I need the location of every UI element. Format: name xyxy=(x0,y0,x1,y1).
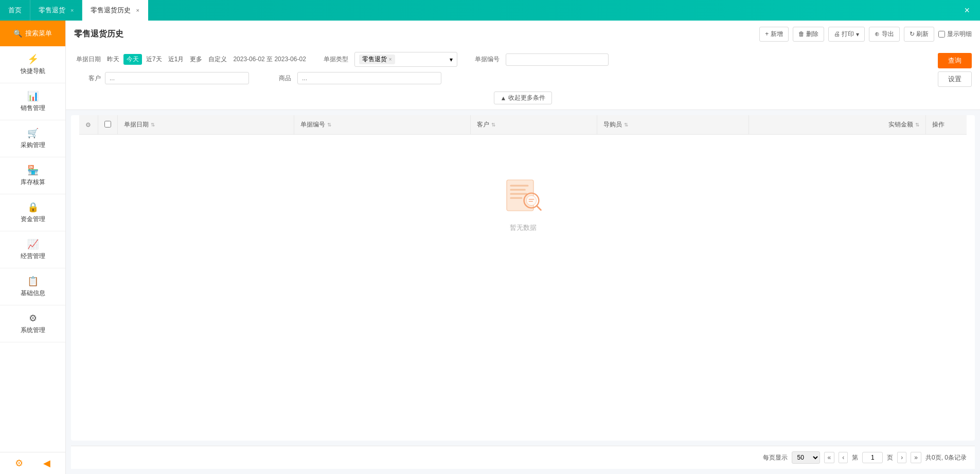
customer-input[interactable] xyxy=(105,72,249,84)
sidebar-item-finance[interactable]: 🔒 资金管理 xyxy=(0,194,65,231)
system-mgmt-icon: ⚙ xyxy=(29,313,37,324)
page-title: 零售退货历史 xyxy=(74,29,123,40)
tab-retail-return-close[interactable]: × xyxy=(70,7,74,13)
voucher-type-dropdown-icon: ▾ xyxy=(450,56,453,63)
th-customer[interactable]: 客户 ⇅ xyxy=(471,115,597,135)
data-table: ⚙ 单据日期 ⇅ 单据编号 xyxy=(79,115,967,135)
sales-mgmt-icon: 📊 xyxy=(27,90,39,102)
sidebar-item-quick-nav[interactable]: ⚡ 快捷导航 xyxy=(0,46,65,83)
tab-retail-return[interactable]: 零售退货 × xyxy=(30,0,82,21)
query-button[interactable]: 查询 xyxy=(938,53,972,68)
add-button[interactable]: + 新增 xyxy=(759,27,788,42)
th-date-sort[interactable]: 单据日期 ⇅ xyxy=(124,120,288,129)
svg-line-7 xyxy=(537,206,541,210)
customer-filter-label: 客户 xyxy=(74,74,105,83)
query-settings-group: 查询 设置 xyxy=(938,53,972,87)
tab-home[interactable]: 首页 xyxy=(0,0,30,21)
voucher-type-group: 单据类型 零售退货 × ▾ xyxy=(322,52,457,67)
sidebar-settings-icon[interactable]: ⚙ xyxy=(15,458,23,469)
th-customer-sort[interactable]: 客户 ⇅ xyxy=(477,120,591,129)
show-detail-checkbox[interactable] xyxy=(938,31,945,38)
th-voucher-no[interactable]: 单据编号 ⇅ xyxy=(294,115,470,135)
next-page-button[interactable]: › xyxy=(897,452,906,463)
empty-icon xyxy=(497,176,549,217)
tab-retail-return-history-close[interactable]: × xyxy=(136,7,139,13)
print-button[interactable]: 🖨 打印 ▾ xyxy=(828,27,865,42)
sidebar-item-inventory-label: 库存核算 xyxy=(21,178,45,187)
sidebar-item-sales-mgmt-label: 销售管理 xyxy=(21,104,45,113)
sidebar-search[interactable]: 🔍 搜索菜单 xyxy=(0,21,65,46)
sidebar-item-inventory[interactable]: 🏪 库存核算 xyxy=(0,157,65,194)
sidebar-menu: ⚡ 快捷导航 📊 销售管理 🛒 采购管理 🏪 库存核算 🔒 资金管理 📈 xyxy=(0,46,65,452)
select-all-checkbox[interactable] xyxy=(104,121,111,127)
operations-icon: 📈 xyxy=(27,239,39,250)
refresh-button[interactable]: ↻ 刷新 xyxy=(904,27,934,42)
filter-row-2: 客户 商品 xyxy=(74,72,938,84)
delete-button[interactable]: 🗑 删除 xyxy=(793,27,824,42)
current-page-input[interactable] xyxy=(862,452,883,463)
sidebar-item-system-mgmt[interactable]: ⚙ 系统管理 xyxy=(0,305,65,342)
sidebar-item-system-mgmt-label: 系统管理 xyxy=(21,326,45,335)
th-voucher-no-sort[interactable]: 单据编号 ⇅ xyxy=(300,120,464,129)
th-amount[interactable]: 实销金额 ⇅ xyxy=(749,115,925,135)
th-guide-sort[interactable]: 导购员 ⇅ xyxy=(603,120,742,129)
collapse-up-icon: ▲ xyxy=(501,95,507,102)
toolbar: + 新增 🗑 删除 🖨 打印 ▾ ⊕ 导出 ↻ 刷新 xyxy=(759,27,972,42)
th-settings[interactable]: ⚙ xyxy=(79,115,98,135)
sidebar-collapse-icon[interactable]: ◀ xyxy=(43,458,50,469)
top-bar-right: × xyxy=(960,5,980,16)
date-shortcut-7days[interactable]: 近7天 xyxy=(144,54,164,65)
refresh-button-label: ↻ 刷新 xyxy=(910,30,929,39)
collapse-row: ▲ 收起更多条件 xyxy=(74,89,972,110)
first-page-button[interactable]: « xyxy=(824,452,835,463)
tab-home-label: 首页 xyxy=(8,6,22,15)
th-checkbox[interactable] xyxy=(98,115,117,135)
prev-page-button[interactable]: ‹ xyxy=(839,452,848,463)
tab-retail-return-history[interactable]: 零售退货历史 × xyxy=(82,0,148,21)
th-date-sort-icon: ⇅ xyxy=(151,122,155,127)
th-amount-label: 实销金额 xyxy=(888,120,913,129)
page-title-bar: 零售退货历史 + 新增 🗑 删除 🖨 打印 ▾ ⊕ 导出 xyxy=(74,27,972,42)
date-shortcut-today[interactable]: 今天 xyxy=(123,54,142,65)
sidebar-item-purchase-mgmt-label: 采购管理 xyxy=(21,141,45,150)
date-filter-label: 单据日期 xyxy=(74,55,105,64)
export-button[interactable]: ⊕ 导出 xyxy=(869,27,899,42)
last-page-button[interactable]: » xyxy=(911,452,921,463)
voucher-type-select[interactable]: 零售退货 × ▾ xyxy=(354,52,457,67)
sidebar-item-sales-mgmt[interactable]: 📊 销售管理 xyxy=(0,83,65,120)
th-guide-label: 导购员 xyxy=(603,120,622,129)
sidebar-item-operations[interactable]: 📈 经营管理 xyxy=(0,231,65,268)
date-shortcuts: 昨天 今天 近7天 近1月 更多 自定义 2023-06-02 至 2023-0… xyxy=(105,54,306,65)
show-detail-checkbox-group[interactable]: 显示明细 xyxy=(938,30,972,39)
filter-row-1: 单据日期 昨天 今天 近7天 近1月 更多 自定义 2023-06-02 至 2… xyxy=(74,52,938,67)
page-label: 第 xyxy=(852,453,858,462)
sidebar-item-purchase-mgmt[interactable]: 🛒 采购管理 xyxy=(0,120,65,157)
voucher-no-input[interactable] xyxy=(506,53,609,66)
th-amount-sort[interactable]: 实销金额 ⇅ xyxy=(755,120,919,129)
page-size-select[interactable]: 50 10 20 100 xyxy=(792,451,820,464)
settings-button[interactable]: 设置 xyxy=(938,71,972,87)
table-footer: 每页显示 50 10 20 100 « ‹ 第 页 › » 共0页, 0条记录 xyxy=(71,446,975,469)
date-shortcut-yesterday[interactable]: 昨天 xyxy=(105,54,121,65)
svg-rect-2 xyxy=(510,189,525,191)
date-shortcut-more[interactable]: 更多 xyxy=(188,54,204,65)
date-shortcut-1month[interactable]: 近1月 xyxy=(166,54,186,65)
th-guide-sort-icon: ⇅ xyxy=(624,122,628,127)
sidebar-search-label: 搜索菜单 xyxy=(25,29,52,38)
goods-input[interactable] xyxy=(297,72,441,84)
column-settings-icon[interactable]: ⚙ xyxy=(85,121,91,129)
th-guide[interactable]: 导购员 ⇅ xyxy=(597,115,749,135)
voucher-type-tag-text: 零售退货 xyxy=(362,55,387,64)
svg-point-6 xyxy=(526,195,536,205)
svg-rect-4 xyxy=(510,197,522,199)
th-date[interactable]: 单据日期 ⇅ xyxy=(117,115,294,135)
print-button-label: 🖨 打印 xyxy=(834,30,854,39)
window-close-button[interactable]: × xyxy=(960,5,974,16)
date-shortcut-custom[interactable]: 自定义 xyxy=(206,54,229,65)
voucher-type-tag-close[interactable]: × xyxy=(389,57,392,62)
goods-group: 商品 xyxy=(264,72,441,84)
sidebar-item-basic-info[interactable]: 📋 基础信息 xyxy=(0,268,65,305)
collapse-button[interactable]: ▲ 收起更多条件 xyxy=(494,92,553,104)
search-icon: 🔍 xyxy=(13,29,22,38)
voucher-no-group: 单据编号 xyxy=(473,53,609,66)
